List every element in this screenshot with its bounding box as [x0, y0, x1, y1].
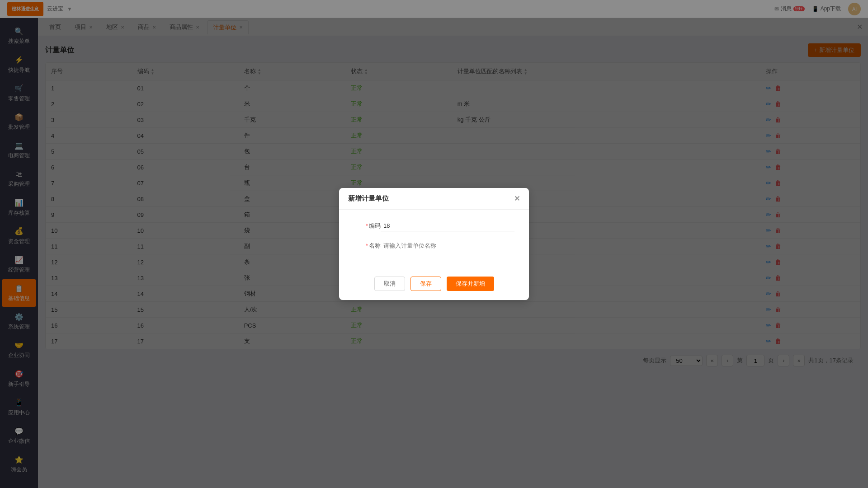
code-input[interactable]: [381, 221, 514, 231]
add-unit-modal: 新增计量单位 ✕ *编码 *名称 取消 保存 保存并新增: [339, 188, 529, 300]
modal-header: 新增计量单位 ✕: [339, 188, 529, 210]
name-field-row: *名称: [354, 240, 514, 251]
modal-overlay: 新增计量单位 ✕ *编码 *名称 取消 保存 保存并新增: [0, 0, 868, 488]
code-required: *: [366, 222, 368, 229]
modal-body: *编码 *名称: [339, 210, 529, 271]
modal-title: 新增计量单位: [348, 194, 389, 203]
name-label: *名称: [354, 242, 381, 250]
modal-close-button[interactable]: ✕: [514, 195, 520, 202]
save-button[interactable]: 保存: [410, 277, 441, 291]
cancel-button[interactable]: 取消: [374, 277, 405, 291]
name-input[interactable]: [381, 240, 514, 251]
name-required: *: [366, 242, 368, 249]
modal-footer: 取消 保存 保存并新增: [339, 271, 529, 300]
code-label: *编码: [354, 222, 381, 230]
save-and-new-button[interactable]: 保存并新增: [447, 277, 494, 291]
code-field-row: *编码: [354, 221, 514, 231]
